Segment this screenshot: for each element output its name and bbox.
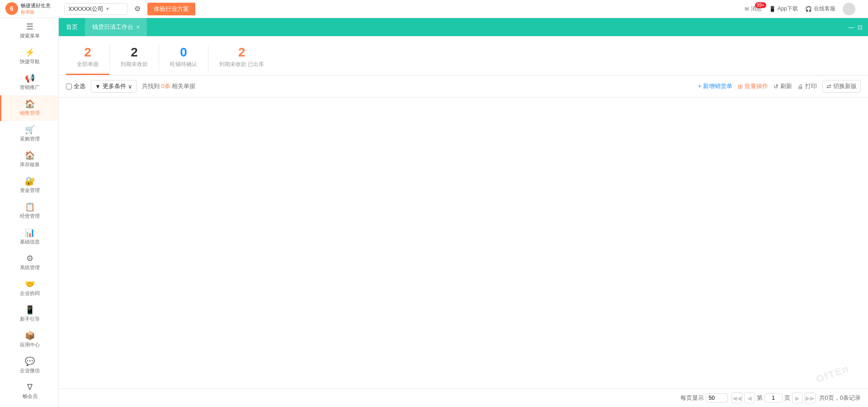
- last-page-button[interactable]: ▶▶: [805, 393, 816, 403]
- headset-icon: 🎧: [805, 6, 812, 12]
- tab-expand-area: — ⊡: [843, 24, 868, 31]
- total-records: 共0页，0条记录: [819, 394, 861, 402]
- avatar[interactable]: [843, 3, 855, 15]
- tab-bar: 首页 钱货日清工作台 × — ⊡: [59, 18, 868, 36]
- batch-icon: ⊞: [738, 83, 743, 90]
- quick-nav-icon: ⚡: [25, 48, 35, 56]
- sidebar-item-app-center[interactable]: 📦应用中心: [0, 327, 58, 353]
- search-menu-icon: ☰: [26, 23, 33, 31]
- card-label-overdue-unshipped: 到期未收款 已出库: [219, 61, 264, 68]
- card-label-overdue-unpaid: 到期未收款: [121, 61, 148, 68]
- top-bar-right: ✉ 消息 99+ 📱 App下载 🎧 在线客服: [745, 3, 863, 15]
- sidebar-item-beginner-guide[interactable]: 📱新手引导: [0, 301, 58, 327]
- toolbar-right: + 新增销货单 ⊞ 批量操作 ↺ 刷新 🖨 打印 ⇄: [698, 80, 861, 93]
- message-icon: ✉: [745, 6, 749, 12]
- card-number-wangpu-confirm: 0: [170, 45, 197, 60]
- top-bar: 6 畅捷通好生意 标准版 XXXXXX公司 ▼ ⚙ 体验行业方案 ✉ 消息 99…: [0, 0, 868, 18]
- tab-close-icon[interactable]: ×: [136, 24, 140, 30]
- card-number-overdue-unshipped: 2: [219, 45, 264, 60]
- message-button[interactable]: ✉ 消息 99+: [745, 5, 762, 13]
- tab-home[interactable]: 首页: [59, 18, 85, 36]
- card-label-wangpu-confirm: 旺铺待确认: [170, 61, 197, 68]
- main-content: 首页 钱货日清工作台 × — ⊡ 2全部单据2到期未收款0旺铺待确认2到期未收款…: [59, 18, 868, 407]
- refresh-button[interactable]: ↺ 刷新: [774, 82, 792, 90]
- select-all-checkbox[interactable]: 全选: [66, 82, 85, 90]
- phone-icon: 📱: [769, 6, 776, 12]
- page-size-select: 每页显示 50100200: [680, 393, 728, 402]
- card-number-all: 2: [77, 45, 99, 60]
- print-icon: 🖨: [797, 83, 803, 90]
- first-page-button[interactable]: ◀◀: [731, 393, 742, 403]
- chevron-icon: ∨: [128, 83, 132, 90]
- app-download-button[interactable]: 📱 App下载: [769, 5, 798, 13]
- minimize-icon[interactable]: —: [848, 24, 854, 31]
- summary-card-overdue-unpaid[interactable]: 2到期未收款: [110, 42, 159, 75]
- chevron-down-icon: ▼: [105, 6, 110, 11]
- select-all-input[interactable]: [66, 84, 72, 89]
- tab-active[interactable]: 钱货日清工作台 ×: [85, 18, 147, 36]
- basic-info-icon: 📊: [25, 229, 35, 237]
- sidebar-item-enterprise-wechat[interactable]: 💬企业微信: [0, 353, 58, 379]
- app-center-icon: 📦: [25, 332, 35, 340]
- refresh-icon: ↺: [774, 83, 778, 90]
- system-mgmt-icon: ⚙: [26, 254, 33, 262]
- sidebar: ☰搜索菜单⚡快捷导航📢营销推广🏠销售管理🛒采购管理🏠库存核算🔐资金管理📋经营管理…: [0, 18, 59, 407]
- summary-cards: 2全部单据2到期未收款0旺铺待确认2到期未收款 已出库: [59, 36, 868, 75]
- filter-icon: ▼: [95, 83, 101, 90]
- page-nav: ◀◀ ◀ 第 页 ▶ ▶▶: [731, 393, 816, 403]
- online-service-button[interactable]: 🎧 在线客服: [805, 5, 835, 13]
- work-area: 2全部单据2到期未收款0旺铺待确认2到期未收款 已出库 全选 ▼ 更多条件 ∨ …: [59, 36, 868, 407]
- more-filters-button[interactable]: ▼ 更多条件 ∨: [91, 80, 137, 93]
- summary-card-overdue-unshipped[interactable]: 2到期未收款 已出库: [208, 42, 275, 75]
- sidebar-item-capital-mgmt[interactable]: 🔐资金管理: [0, 173, 58, 198]
- logo-area: 6 畅捷通好生意 标准版: [5, 2, 64, 15]
- beginner-guide-icon: 📱: [25, 306, 35, 314]
- purchase-mgmt-icon: 🛒: [25, 126, 35, 134]
- enterprise-coop-icon: 🤝: [25, 280, 35, 288]
- sidebar-item-inventory[interactable]: 🏠库存核算: [0, 147, 58, 173]
- batch-op-button[interactable]: ⊞ 批量操作: [738, 82, 768, 90]
- capital-mgmt-icon: 🔐: [25, 177, 35, 185]
- summary-card-all[interactable]: 2全部单据: [66, 42, 109, 75]
- sales-mgmt-icon: 🏠: [25, 100, 35, 108]
- sidebar-item-sales-mgmt[interactable]: 🏠销售管理: [0, 95, 58, 121]
- inventory-icon: 🏠: [25, 151, 35, 159]
- sidebar-item-basic-info[interactable]: 📊基础信息: [0, 224, 58, 250]
- summary-card-wangpu-confirm[interactable]: 0旺铺待确认: [159, 42, 208, 75]
- marketing-icon: 📢: [25, 74, 35, 82]
- switch-icon: ⇄: [826, 83, 831, 90]
- toolbar-left: 全选 ▼ 更多条件 ∨ 共找到 0条 相关单据: [66, 80, 195, 93]
- enterprise-wechat-icon: 💬: [25, 357, 35, 365]
- company-select[interactable]: XXXXXX公司 ▼: [64, 3, 127, 15]
- prev-page-button[interactable]: ◀: [744, 393, 755, 403]
- vip-member-icon: ∇: [27, 383, 33, 391]
- operations-icon: 📋: [25, 203, 35, 211]
- table-area: [59, 98, 868, 388]
- sidebar-item-quick-nav[interactable]: ⚡快捷导航: [0, 44, 58, 70]
- print-button[interactable]: 🖨 打印: [797, 82, 817, 90]
- sidebar-item-enterprise-coop[interactable]: 🤝企业协同: [0, 276, 58, 301]
- page-number-input[interactable]: [764, 393, 783, 402]
- sidebar-item-marketing[interactable]: 📢营销推广: [0, 70, 58, 95]
- expand-icon[interactable]: ⊡: [858, 24, 863, 31]
- sidebar-item-system-mgmt[interactable]: ⚙系统管理: [0, 250, 58, 276]
- switch-version-button[interactable]: ⇄ 切换新版: [822, 80, 861, 93]
- card-label-all: 全部单据: [77, 61, 99, 68]
- sidebar-item-vip-member[interactable]: ∇畅会员: [0, 379, 58, 404]
- sidebar-item-operations[interactable]: 📋经营管理: [0, 198, 58, 224]
- found-count-text: 共找到 0条 相关单据: [142, 82, 195, 90]
- card-number-overdue-unpaid: 2: [121, 45, 148, 60]
- new-sale-button[interactable]: + 新增销货单: [698, 82, 732, 90]
- pagination-bar: 每页显示 50100200 ◀◀ ◀ 第 页 ▶ ▶▶ 共0页，0条记录: [59, 388, 868, 407]
- message-badge: 99+: [755, 2, 766, 8]
- layout: ☰搜索菜单⚡快捷导航📢营销推广🏠销售管理🛒采购管理🏠库存核算🔐资金管理📋经营管理…: [0, 18, 868, 407]
- logo-icon: 6: [5, 2, 18, 15]
- logo-name: 畅捷通好生意: [21, 2, 51, 9]
- experience-button[interactable]: 体验行业方案: [147, 3, 195, 15]
- sidebar-item-purchase-mgmt[interactable]: 🛒采购管理: [0, 121, 58, 147]
- next-page-button[interactable]: ▶: [792, 393, 803, 403]
- toolbar: 全选 ▼ 更多条件 ∨ 共找到 0条 相关单据 + 新增销货单: [59, 75, 868, 98]
- settings-button[interactable]: ⚙: [131, 3, 144, 15]
- sidebar-item-search-menu[interactable]: ☰搜索菜单: [0, 18, 58, 44]
- page-size-dropdown[interactable]: 50100200: [706, 393, 728, 402]
